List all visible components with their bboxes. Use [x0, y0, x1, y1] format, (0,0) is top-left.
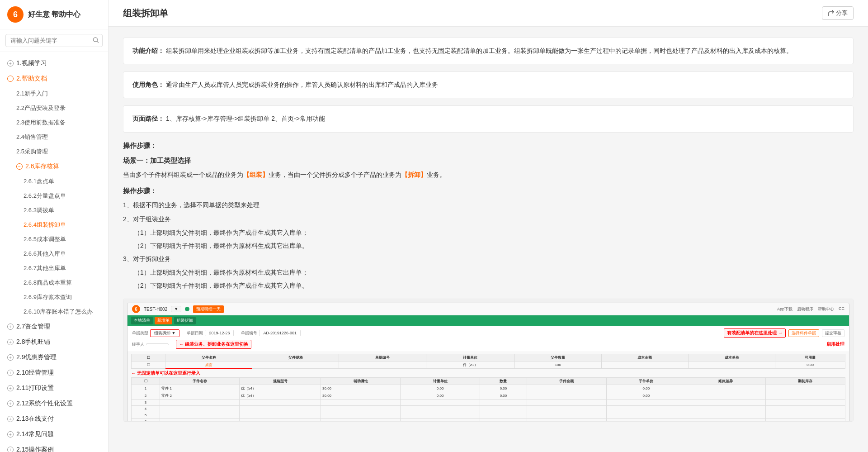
plus-icon-29: + [7, 354, 14, 361]
app-input[interactable]: ▼ [171, 306, 181, 312]
search-input[interactable] [5, 34, 103, 47]
ltcell-cb-2[interactable]: 2 [132, 392, 160, 400]
sidebar-group-2[interactable]: − 2.帮助文档 [0, 71, 108, 86]
sidebar-group-2-10[interactable]: + 2.10经营管理 [0, 365, 108, 381]
sidebar-group-2-14[interactable]: + 2.14常见问题 [0, 427, 108, 442]
sidebar-item-2-6-5[interactable]: 2.6.5成本调整单 [0, 232, 108, 247]
search-button[interactable] [93, 37, 99, 44]
cell-qty-1[interactable]: 100 [514, 362, 601, 369]
sidebar-group-2-11[interactable]: + 2.11打印设置 [0, 381, 108, 396]
sidebar-nav: + 1.视频学习 − 2.帮助文档 2.1新手入门 2.2产品安装及登录 2.3… [0, 52, 108, 452]
upper-table-row-1: ☐ 桌面 件（≥1） 100 0.00 [132, 362, 845, 369]
minus-icon-2: − [7, 76, 14, 82]
plus-icon-28: + [7, 339, 14, 345]
sidebar-item-2-6-4[interactable]: 2.6.4组装拆卸单 [0, 218, 108, 232]
sidebar-item-2-4[interactable]: 2.4销售管理 [0, 130, 108, 144]
th-parent-spec: 父件规格 [252, 354, 339, 362]
ltcell-unit-5 [401, 412, 480, 419]
startup-area: 启用处理 [826, 341, 844, 347]
search-area [0, 29, 108, 52]
sidebar-item-2-6-8[interactable]: 2.6.8商品成本重算 [0, 276, 108, 290]
lower-table-row-2: 2 零件 2 优（≥4） 30.00 0.00 0.00 0.00 [132, 392, 845, 400]
ltcell-init-4 [765, 406, 845, 412]
sidebar-item-2-3[interactable]: 2.3使用前数据准备 [0, 115, 108, 130]
ltcell-unit-2: 0.00 [401, 392, 480, 400]
cell-name-1[interactable]: 桌面 [165, 362, 252, 369]
ltcell-cb-1[interactable]: 1 [132, 385, 160, 392]
step-2-sub-1: （1）上部明细为父件明细，最终作为产成品生成其它入库单； [123, 227, 854, 239]
ltcell-price-1: 0.00 [606, 385, 686, 392]
sidebar-group-2-6[interactable]: − 2.6库存核算 [0, 159, 108, 174]
ltcell-cb-6[interactable]: 6 [132, 419, 160, 422]
sidebar-item-2-2[interactable]: 2.2产品安装及登录 [0, 101, 108, 115]
th-unit-cost: 成本单价 [689, 354, 775, 362]
lth-unit: 计量单位 [401, 378, 480, 385]
ltcell-amount-3 [527, 400, 606, 406]
sidebar-item-2-6-3[interactable]: 2.6.3调拨单 [0, 203, 108, 218]
ltcell-init-1 [765, 385, 845, 392]
plus-icon-27: + [7, 324, 14, 330]
ltcell-price-3 [606, 400, 686, 406]
logo-area: 6 好生意 帮助中心 [0, 0, 108, 29]
ltcell-name-2[interactable]: 零件 2 [160, 392, 240, 400]
form-input-person[interactable] [146, 343, 169, 345]
minus-icon-26: − [16, 163, 23, 170]
sidebar-item-2-5[interactable]: 2.5采购管理 [0, 144, 108, 159]
app-tab-3[interactable]: 组装拆卸 [174, 317, 196, 324]
app-tab-2[interactable]: 新增单 [155, 317, 172, 324]
app-nav-cc[interactable]: CC [839, 306, 844, 312]
form-field-date: 单据日期 2019-12-26 [187, 330, 234, 336]
lower-table-row-5: 5 [132, 412, 845, 419]
ltcell-cb-5[interactable]: 5 [132, 412, 160, 419]
sidebar-item-2-6-10[interactable]: 2.6.10库存账本错了怎么办 [0, 305, 108, 319]
ltcell-cb-3[interactable]: 3 [132, 400, 160, 406]
ltcell-amount-5 [527, 412, 606, 419]
form-input-num[interactable]: AD-20191226-001 [259, 330, 301, 336]
app-logo-icon: 6 [132, 305, 140, 313]
app-form-area: 单据类型 组装拆卸 ▼ 单据日期 2019-12-26 单据编号 AD-2019… [127, 326, 849, 352]
sidebar-item-2-6-6[interactable]: 2.6.6其他入库单 [0, 247, 108, 261]
select-type-btn[interactable]: 选择料件单据 [788, 329, 819, 337]
form-label-num: 单据编号 [241, 330, 257, 336]
ltcell-amount-2 [527, 392, 606, 400]
app-nav-app[interactable]: App下载 [777, 306, 793, 312]
app-nav-help[interactable]: 帮助中心 [818, 306, 834, 312]
form-input-type[interactable]: 组装拆卸 ▼ [150, 329, 179, 337]
sidebar-group-2-8[interactable]: + 2.8手机旺铺 [0, 334, 108, 350]
ltcell-spec-2: 优（≥4） [240, 392, 321, 400]
ltcell-name-1[interactable]: 零件 1 [160, 385, 240, 392]
sidebar-group-2-7[interactable]: + 2.7资金管理 [0, 319, 108, 334]
ltcell-spec-4 [240, 406, 321, 412]
role-label: 使用角色： [132, 81, 164, 88]
ltcell-name-3 [160, 400, 240, 406]
app-preview-btn[interactable]: 预期明细一天 [193, 305, 224, 313]
share-button[interactable]: 分享 [822, 6, 854, 20]
sidebar-group-2-15[interactable]: + 2.15操作案例 [0, 442, 108, 452]
highlight-disassemble: 【拆卸】 [401, 171, 427, 178]
sidebar-item-2-6-7[interactable]: 2.6.7其他出库单 [0, 261, 108, 276]
highlight-assemble: 【组装】 [243, 171, 269, 178]
sidebar-group-2-15-label: 2.15操作案例 [16, 446, 54, 452]
ltcell-cb-4[interactable]: 4 [132, 406, 160, 412]
sidebar-group-2-7-label: 2.7资金管理 [16, 323, 50, 331]
app-nav-start[interactable]: 启动程序 [797, 306, 813, 312]
submit-btn[interactable]: 提交审核 [822, 329, 844, 337]
form-input-date[interactable]: 2019-12-26 [205, 330, 234, 336]
ltcell-attr-5 [321, 412, 401, 419]
sidebar-item-2-6-9[interactable]: 2.6.9库存账本查询 [0, 290, 108, 305]
sidebar-group-2-9[interactable]: + 2.9优惠券管理 [0, 350, 108, 365]
ltcell-name-4 [160, 406, 240, 412]
ltcell-price-2: 0.00 [606, 392, 686, 400]
ltcell-qty-3 [480, 400, 527, 406]
sidebar-group-2-12[interactable]: + 2.12系统个性化设置 [0, 396, 108, 411]
sidebar-group-1[interactable]: + 1.视频学习 [0, 56, 108, 71]
sidebar: 6 好生意 帮助中心 + 1.视频学习 − 2.帮助文档 2.1新手入门 2.2… [0, 0, 108, 452]
app-tab-1[interactable]: 本地清单 [131, 317, 153, 324]
sidebar-group-2-13[interactable]: + 2.13在线支付 [0, 411, 108, 427]
sidebar-item-2-6-1[interactable]: 2.6.1盘点单 [0, 174, 108, 189]
step-2-sub-2: （2）下部明细为子件明细，最终作为原材料生成其它出库单。 [123, 240, 854, 252]
cell-cb-1[interactable]: ☐ [132, 362, 165, 369]
sidebar-item-2-6-2[interactable]: 2.6.2分量盘点单 [0, 189, 108, 203]
func-intro-text: 组装拆卸单用来处理企业组装或拆卸等加工业务，支持有固定装配清单的产品加工业务，也… [166, 47, 793, 54]
sidebar-item-2-1[interactable]: 2.1新手入门 [0, 86, 108, 101]
